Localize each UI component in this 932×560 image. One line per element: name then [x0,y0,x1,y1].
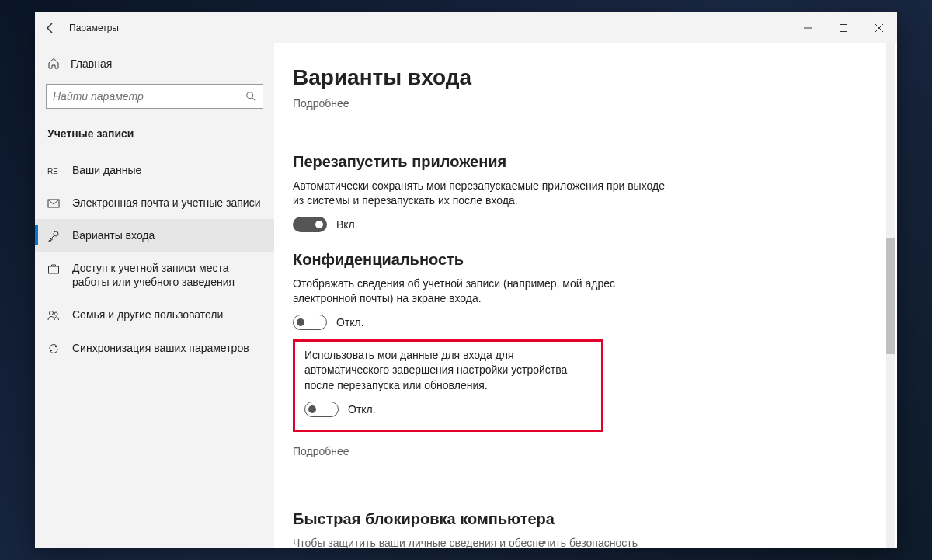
envelope-icon [47,197,60,210]
sidebar-item-family[interactable]: Семья и другие пользователи [35,298,274,331]
restart-apps-toggle-state: Вкл. [336,218,358,231]
restart-apps-desc: Автоматически сохранять мои перезапускае… [293,179,666,209]
sidebar-item-work-access[interactable]: Доступ к учетной записи места работы или… [35,252,274,298]
briefcase-icon [47,263,60,275]
window-title: Параметры [69,23,119,33]
key-icon [47,230,60,242]
sidebar-item-sync[interactable]: Синхронизация ваших параметров [35,332,274,364]
sidebar-item-label: Варианты входа [72,228,155,242]
home-label: Главная [71,57,112,70]
titlebar: Параметры [35,12,897,43]
svg-text:RΞ: RΞ [47,167,58,176]
page-title: Варианты входа [293,65,866,90]
use-signin-info-toggle[interactable] [304,402,339,417]
lock-desc: Чтобы защитить ваши личные сведения и об… [293,536,666,548]
sidebar-item-label: Синхронизация ваших параметров [72,341,249,355]
scrollbar-thumb[interactable] [886,238,895,354]
close-icon [875,24,883,32]
sidebar-section-label: Учетные записи [35,120,274,154]
content-area: Варианты входа Подробнее Перезапустить п… [274,43,897,548]
svg-point-10 [50,311,54,315]
privacy-desc-1: Отображать сведения об учетной записи (н… [293,277,666,307]
close-button[interactable] [861,12,897,43]
sidebar-item-label: Семья и другие пользователи [72,308,223,322]
back-button[interactable] [35,12,66,43]
learn-more-link-privacy[interactable]: Подробнее [293,445,350,457]
sidebar-item-label: Ваши данные [72,163,141,177]
restart-apps-heading: Перезапустить приложения [293,153,866,171]
user-info-icon: RΞ [47,165,60,177]
search-icon [245,91,256,102]
sidebar-item-your-info[interactable]: RΞ Ваши данные [35,154,274,186]
show-account-info-toggle-state: Откл. [336,316,364,329]
sidebar-item-signin-options[interactable]: Варианты входа [35,219,274,252]
show-account-info-toggle[interactable] [293,315,327,330]
use-signin-info-toggle-state: Откл. [348,403,376,416]
lock-heading: Быстрая блокировка компьютера [293,510,866,528]
maximize-icon [840,24,847,32]
settings-window: Параметры Главная [35,12,897,548]
svg-point-11 [54,312,57,315]
restart-apps-toggle[interactable] [293,217,327,232]
sync-icon [47,343,60,355]
search-input[interactable] [53,90,245,103]
highlighted-setting: Использовать мои данные для входа для ав… [293,339,603,432]
people-icon [47,309,60,322]
sidebar-item-label: Электронная почта и учетные записи [72,196,260,210]
svg-line-5 [252,97,256,100]
svg-point-8 [54,231,58,236]
home-link[interactable]: Главная [35,48,274,79]
svg-rect-9 [49,266,59,273]
window-controls [790,12,897,43]
privacy-desc-2: Использовать мои данные для входа для ав… [304,348,592,394]
maximize-button[interactable] [826,12,861,43]
sidebar-item-label: Доступ к учетной записи места работы или… [72,261,262,289]
arrow-left-icon [44,22,57,34]
scrollbar[interactable] [886,43,895,548]
svg-point-4 [247,92,253,98]
learn-more-link-top[interactable]: Подробнее [293,97,350,110]
sidebar: Главная Учетные записи RΞ Ваши данные Эл… [35,43,274,548]
minimize-icon [804,24,812,32]
privacy-heading: Конфиденциальность [293,251,866,269]
svg-rect-1 [840,24,847,31]
sidebar-item-email[interactable]: Электронная почта и учетные записи [35,186,274,219]
home-icon [47,57,60,70]
minimize-button[interactable] [790,12,826,43]
search-input-wrap[interactable] [46,84,263,109]
